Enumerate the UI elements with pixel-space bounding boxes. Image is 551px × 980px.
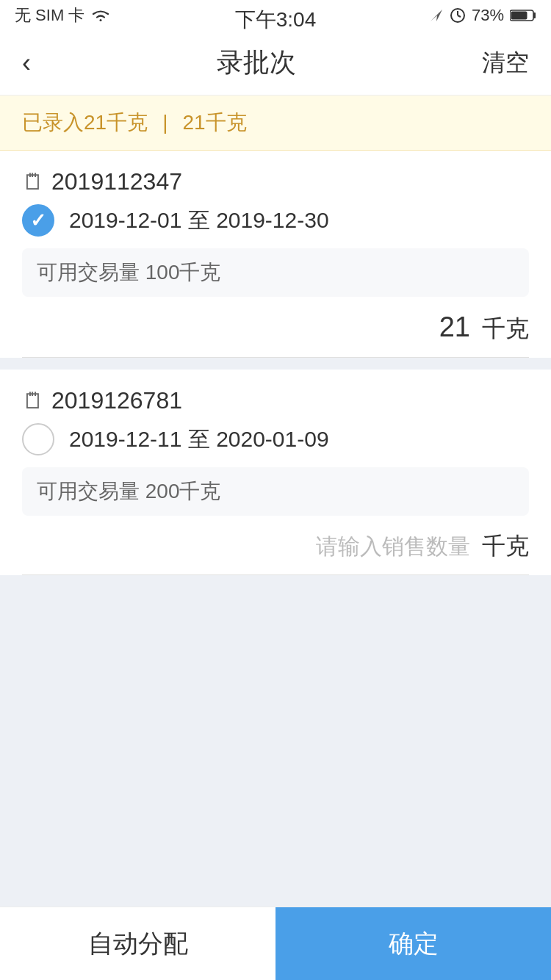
nav-bar: ‹ 录批次 清空 <box>0 31 551 96</box>
clock-icon <box>450 7 466 24</box>
batch2-amount-placeholder: 请输入销售数量 <box>22 532 470 562</box>
empty-area <box>0 575 551 935</box>
status-right: 73% <box>429 6 536 25</box>
status-bar: 无 SIM 卡 下午3:04 73% <box>0 0 551 31</box>
batch1-id-icon: 🗒 <box>22 170 44 195</box>
banner-amount: 21千克 <box>182 109 246 137</box>
svg-marker-0 <box>431 10 442 21</box>
batch1-date: 2019-12-01 至 2019-12-30 <box>69 206 329 236</box>
recorded-label: 已录入21千克 <box>22 109 148 137</box>
batch-card-1: 🗒 2019112347 2019-12-01 至 2019-12-30 可用交… <box>0 151 551 358</box>
batch2-amount-row: 请输入销售数量 千克 <box>0 516 551 574</box>
batch1-unit: 千克 <box>482 313 529 345</box>
batch2-unit: 千克 <box>482 530 529 563</box>
svg-marker-1 <box>436 10 442 21</box>
location-icon <box>429 8 444 23</box>
wifi-icon <box>90 8 111 23</box>
battery-icon <box>510 9 536 22</box>
back-button[interactable]: ‹ <box>22 48 31 79</box>
batch2-id-row: 🗒 2019126781 <box>22 387 529 414</box>
info-banner: 已录入21千克 | 21千克 <box>0 96 551 151</box>
batch2-avail: 可用交易量 200千克 <box>22 467 529 516</box>
banner-divider: | <box>162 111 168 134</box>
batch2-id: 2019126781 <box>51 387 182 414</box>
batch2-radio[interactable] <box>22 423 54 455</box>
batch1-amount-row: 千克 <box>0 297 551 357</box>
batch-card-2: 🗒 2019126781 2019-12-11 至 2020-01-09 可用交… <box>0 370 551 575</box>
sim-label: 无 SIM 卡 <box>15 4 84 26</box>
svg-rect-7 <box>511 12 527 20</box>
battery-label: 73% <box>472 6 504 25</box>
clear-button[interactable]: 清空 <box>482 47 529 79</box>
batch1-id-row: 🗒 2019112347 <box>22 168 529 195</box>
status-time: 下午3:04 <box>235 6 317 34</box>
batch1-date-row[interactable]: 2019-12-01 至 2019-12-30 <box>22 204 529 237</box>
confirm-button[interactable]: 确定 <box>276 907 551 980</box>
batch1-amount-input[interactable] <box>382 311 470 343</box>
bottom-bar: 自动分配 确定 <box>0 907 551 980</box>
batch2-id-icon: 🗒 <box>22 389 44 414</box>
batch1-id: 2019112347 <box>51 168 182 195</box>
svg-rect-6 <box>533 12 536 18</box>
batch1-avail: 可用交易量 100千克 <box>22 248 529 297</box>
page-title: 录批次 <box>217 45 296 81</box>
card-separator-1 <box>0 358 551 370</box>
batch2-date-row[interactable]: 2019-12-11 至 2020-01-09 <box>22 423 529 455</box>
auto-assign-button[interactable]: 自动分配 <box>0 907 276 980</box>
batch2-date: 2019-12-11 至 2020-01-09 <box>69 425 329 455</box>
main-content: 🗒 2019112347 2019-12-01 至 2019-12-30 可用交… <box>0 151 551 980</box>
batch1-radio[interactable] <box>22 204 54 237</box>
status-left: 无 SIM 卡 <box>15 4 111 26</box>
svg-line-4 <box>458 15 461 17</box>
